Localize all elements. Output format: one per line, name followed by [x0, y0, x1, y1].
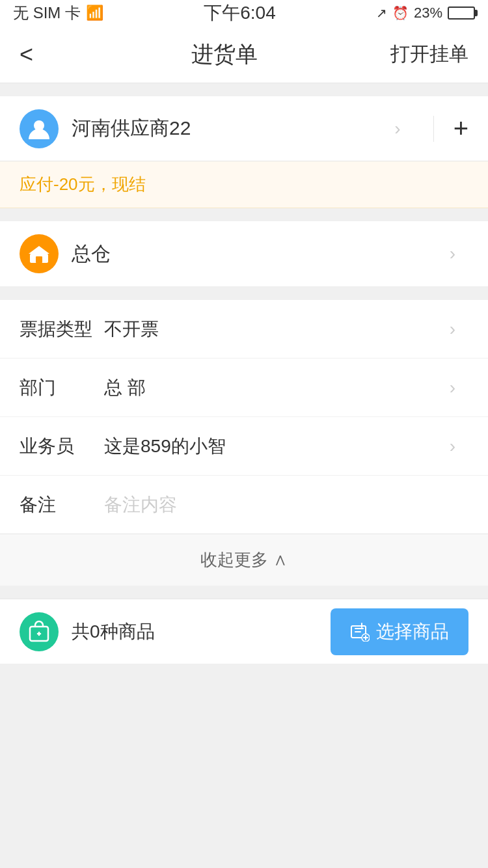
remark-label: 备注: [20, 493, 98, 517]
supplier-avatar: [20, 109, 59, 148]
warehouse-section: 总仓 ›: [0, 221, 488, 286]
select-product-button[interactable]: 选择商品: [331, 608, 468, 655]
page-title: 进货单: [191, 40, 258, 70]
supplier-chevron-icon: ›: [394, 118, 400, 139]
salesperson-value: 这是859的小智: [98, 434, 450, 459]
salesperson-label: 业务员: [20, 434, 98, 459]
remark-input[interactable]: 备注内容: [98, 493, 468, 517]
open-pending-button[interactable]: 打开挂单: [390, 41, 468, 68]
supplier-section: 河南供应商22 › + 应付-20元，现结: [0, 96, 488, 208]
warehouse-row[interactable]: 总仓 ›: [0, 221, 488, 286]
battery-icon: [448, 7, 475, 20]
warehouse-name: 总仓: [72, 241, 437, 267]
supplier-name: 河南供应商22: [72, 115, 381, 142]
back-button[interactable]: <: [20, 41, 59, 68]
divider-2: [0, 286, 488, 299]
ticket-type-row[interactable]: 票据类型 不开票 ›: [0, 299, 488, 358]
nav-bar: < 进货单 打开挂单: [0, 26, 488, 83]
status-bar: 无 SIM 卡 📶 下午6:04 ↗ ⏰ 23%: [0, 0, 488, 26]
product-section: 共0种商品 选择商品: [0, 599, 488, 664]
collapse-button[interactable]: 收起更多 ∧: [0, 534, 488, 586]
status-left: 无 SIM 卡 📶: [13, 3, 103, 23]
ticket-type-chevron-icon: ›: [450, 319, 455, 340]
notice-banner: 应付-20元，现结: [0, 161, 488, 208]
ticket-type-value: 不开票: [98, 317, 450, 342]
department-value: 总 部: [98, 375, 450, 400]
vertical-divider: [433, 116, 434, 142]
product-icon: [20, 612, 59, 651]
location-icon: ↗: [376, 5, 387, 21]
department-chevron-icon: ›: [450, 377, 455, 398]
time-label: 下午6:04: [204, 1, 276, 25]
select-product-label: 选择商品: [376, 619, 449, 644]
salesperson-row[interactable]: 业务员 这是859的小智 ›: [0, 416, 488, 475]
alarm-icon: ⏰: [392, 5, 409, 21]
salesperson-chevron-icon: ›: [450, 436, 455, 457]
department-label: 部门: [20, 375, 98, 400]
page-background: [0, 664, 488, 859]
battery-percent: 23%: [414, 5, 442, 21]
remark-row[interactable]: 备注 备注内容: [0, 475, 488, 534]
warehouse-chevron-icon: ›: [450, 243, 455, 264]
carrier-label: 无 SIM 卡: [13, 3, 81, 23]
status-right: ↗ ⏰ 23%: [376, 5, 475, 21]
product-count-label: 共0种商品: [59, 619, 331, 644]
divider-1: [0, 208, 488, 221]
add-supplier-button[interactable]: +: [454, 114, 468, 143]
supplier-row[interactable]: 河南供应商22 › +: [0, 96, 488, 161]
wifi-icon: 📶: [86, 5, 103, 21]
select-product-icon: [350, 622, 370, 642]
warehouse-icon: [20, 234, 59, 273]
ticket-type-label: 票据类型: [20, 317, 98, 342]
form-section: 票据类型 不开票 › 部门 总 部 › 业务员 这是859的小智 › 备注 备注…: [0, 299, 488, 586]
svg-rect-2: [36, 256, 42, 263]
divider-top: [0, 83, 488, 96]
department-row[interactable]: 部门 总 部 ›: [0, 358, 488, 416]
product-footer: 共0种商品 选择商品: [0, 599, 488, 664]
